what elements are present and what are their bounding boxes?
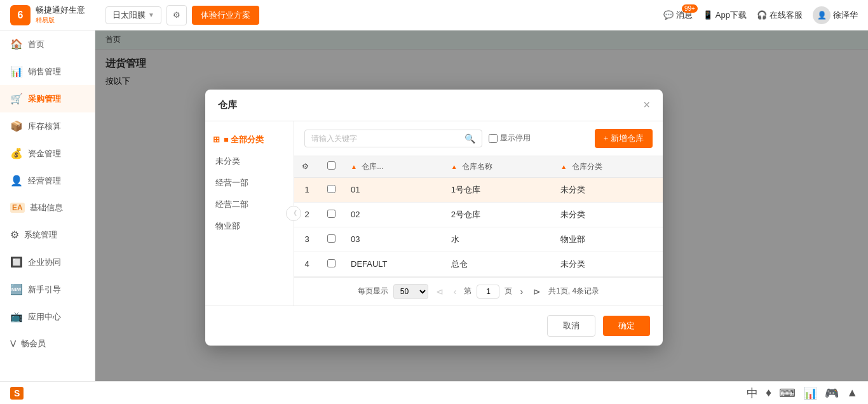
row-category-4: 未分类 (553, 252, 663, 276)
gear-button[interactable]: ⚙ (166, 5, 187, 25)
trial-button[interactable]: 体验行业方案 (192, 6, 259, 25)
table-row[interactable]: 1 01 1号仓库 未分类 (294, 177, 663, 202)
page-no-label: 第 (464, 286, 471, 297)
category-item-property[interactable]: 物业部 (205, 215, 294, 237)
message-icon: 💬 (663, 10, 674, 20)
sidebar-label-home: 首页 (28, 39, 44, 50)
sidebar: 🏠 首页 📊 销售管理 🛒 采购管理 📦 库存核算 💰 资金管理 👤 经营管理 … (0, 30, 95, 404)
avatar: 👤 (813, 6, 831, 24)
messages-button[interactable]: 💬 消息 99+ (663, 10, 693, 21)
table-header: ⚙ ▲ 仓库... (294, 156, 663, 178)
modal-close-button[interactable]: × (643, 98, 650, 112)
app-download-button[interactable]: 📱 App下载 (703, 10, 747, 21)
sidebar-label-sales: 销售管理 (28, 66, 61, 77)
collapse-sidebar-button[interactable]: 《 (286, 206, 301, 221)
store-selector[interactable]: 日太阳膜 ▼ (105, 6, 161, 24)
row-checkbox-4[interactable] (327, 259, 336, 267)
keyboard-icon[interactable]: ⌨ (779, 386, 796, 400)
sidebar-label-basic-info: 基础信息 (30, 202, 63, 213)
bottom-icon-zh[interactable]: 中 (747, 386, 758, 401)
sidebar-item-guide[interactable]: 🆕 新手引导 (0, 276, 95, 303)
guide-icon: 🆕 (10, 283, 23, 295)
table-row[interactable]: 3 03 水 物业部 (294, 227, 663, 252)
page-input[interactable] (477, 285, 499, 299)
bottom-icon-dot[interactable]: ♦ (766, 386, 771, 400)
sidebar-item-sales[interactable]: 📊 销售管理 (0, 58, 95, 85)
sidebar-item-operations[interactable]: 👤 经营管理 (0, 167, 95, 194)
row-checkbox-1[interactable] (327, 185, 336, 193)
col-header-check (320, 156, 343, 178)
sidebar-label-inventory: 库存核算 (28, 121, 61, 132)
row-checkbox-3[interactable] (327, 234, 336, 243)
username: 徐泽华 (833, 10, 858, 21)
confirm-button[interactable]: 确定 (603, 316, 650, 336)
arrow-icon[interactable]: ▲ (846, 386, 858, 400)
select-all-checkbox[interactable] (327, 161, 336, 170)
row-name-4: 总仓 (444, 252, 553, 276)
modal-body: ⊞ ■ 全部分类 未分类 经营一部 经营二部 物业部 《 (205, 121, 663, 306)
sidebar-item-members[interactable]: V 畅会员 (0, 330, 95, 357)
search-input[interactable] (311, 134, 465, 143)
sidebar-item-apps[interactable]: 📺 应用中心 (0, 303, 95, 330)
cancel-button[interactable]: 取消 (547, 315, 595, 337)
category-item-ops1[interactable]: 经营一部 (205, 172, 294, 194)
table-row[interactable]: 2 02 2号仓库 未分类 (294, 202, 663, 227)
phone-icon: 📱 (703, 10, 713, 20)
row-no-4: 4 (294, 252, 320, 276)
user-menu[interactable]: 👤 徐泽华 (813, 6, 858, 24)
show-disabled-checkbox[interactable] (489, 134, 498, 143)
table-body: 1 01 1号仓库 未分类 2 (294, 177, 663, 276)
category-item-ops2[interactable]: 经营二部 (205, 194, 294, 215)
row-checkbox-2[interactable] (327, 210, 336, 218)
modal-header: 仓库 × (205, 90, 663, 121)
sidebar-item-home[interactable]: 🏠 首页 (0, 30, 95, 58)
category-item-unclassified[interactable]: 未分类 (205, 151, 294, 172)
sidebar-item-inventory[interactable]: 📦 库存核算 (0, 112, 95, 140)
basic-info-icon: EA (10, 203, 25, 213)
modal-category-sidebar: ⊞ ■ 全部分类 未分类 经营一部 经营二部 物业部 《 (205, 121, 294, 306)
warehouse-modal: 仓库 × ⊞ ■ 全部分类 未分类 经营一部 经营二部 物业部 (205, 90, 663, 346)
page-size-select[interactable]: 50 100 200 (393, 284, 428, 299)
col-header-code: ▲ 仓库... (343, 156, 444, 178)
home-icon: 🏠 (10, 38, 23, 50)
service-button[interactable]: 🎧 在线客服 (757, 10, 803, 21)
first-page-button[interactable]: ⊲ (433, 285, 446, 298)
sidebar-item-purchase[interactable]: 🛒 采购管理 (0, 85, 95, 112)
modal-search-bar: 🔍 显示停用 + 新增仓库 (294, 121, 663, 156)
header-right: 💬 消息 99+ 📱 App下载 🎧 在线客服 👤 徐泽华 (663, 6, 858, 24)
headset-icon: 🎧 (757, 10, 767, 20)
sidebar-item-basic-info[interactable]: EA 基础信息 (0, 194, 95, 221)
add-warehouse-button[interactable]: + 新增仓库 (595, 129, 653, 148)
sidebar-label-finance: 资金管理 (28, 148, 61, 159)
row-category-3: 物业部 (553, 227, 663, 252)
warehouse-table-wrap: ⚙ ▲ 仓库... (294, 156, 663, 277)
header-middle: 日太阳膜 ▼ ⚙ 体验行业方案 (105, 5, 663, 25)
sidebar-item-finance[interactable]: 💰 资金管理 (0, 140, 95, 167)
all-categories-button[interactable]: ⊞ ■ 全部分类 (205, 129, 294, 151)
purchase-icon: 🛒 (10, 93, 23, 105)
logo-icon: 6 (10, 5, 31, 25)
prev-page-button[interactable]: ‹ (451, 285, 459, 298)
inventory-icon: 📦 (10, 120, 23, 132)
sort-icon-category: ▲ (560, 163, 567, 170)
sidebar-label-purchase: 采购管理 (28, 93, 61, 105)
chevron-down-icon: ▼ (148, 11, 154, 18)
page-size-label: 每页显示 (358, 286, 388, 297)
table-row[interactable]: 4 DEFAULT 总仓 未分类 (294, 252, 663, 276)
last-page-button[interactable]: ⊳ (531, 285, 543, 298)
sidebar-item-enterprise[interactable]: 🔲 企业协同 (0, 248, 95, 276)
content-area: 首页 进货管理 按以下 仓库 × ⊞ (95, 30, 868, 404)
chart-icon[interactable]: 📊 (803, 386, 817, 400)
row-name-2: 2号仓库 (444, 202, 553, 227)
search-icon[interactable]: 🔍 (465, 133, 475, 144)
row-code-3: 03 (343, 227, 444, 252)
all-categories-label: ■ 全部分类 (224, 134, 264, 145)
next-page-button[interactable]: › (517, 285, 526, 298)
table-pagination: 每页显示 50 100 200 ⊲ ‹ 第 页 › (294, 277, 663, 306)
bottom-bar: S 中 ♦ ⌨ 📊 🎮 ▲ (0, 381, 868, 404)
row-check-3 (320, 227, 343, 252)
logo-text-wrap: 畅捷通好生意 精易版 (36, 5, 85, 25)
sidebar-item-system[interactable]: ⚙ 系统管理 (0, 221, 95, 248)
gamepad-icon[interactable]: 🎮 (825, 386, 839, 400)
sidebar-label-enterprise: 企业协同 (28, 257, 61, 268)
